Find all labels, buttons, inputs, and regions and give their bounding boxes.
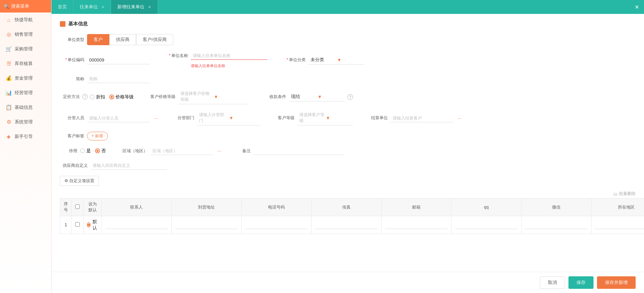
- settlement-unit-label: 结算单位: [367, 115, 388, 121]
- custom-settings-button[interactable]: ⚙ 自定义项设置: [60, 176, 99, 186]
- qq-input[interactable]: [455, 221, 518, 229]
- system-icon: ⚙: [6, 119, 12, 125]
- customer-level-select[interactable]: 请选择客户等级 ▼: [297, 111, 353, 125]
- sidebar-item-quick-nav[interactable]: ⌂ 快捷导航: [0, 13, 51, 27]
- sidebar-item-finance[interactable]: 💰 资金管理: [0, 71, 51, 86]
- email-input[interactable]: [385, 221, 448, 229]
- col-phone: 电话号码: [242, 198, 312, 216]
- type-btn-supplier[interactable]: 供应商: [109, 34, 136, 45]
- window-close-button[interactable]: ✕: [630, 0, 644, 14]
- wechat-input[interactable]: [525, 221, 588, 229]
- col-qq: qq: [451, 198, 521, 216]
- batch-delete-label[interactable]: 批量删除: [619, 191, 636, 197]
- address-input[interactable]: [175, 221, 238, 229]
- pricing-radio-level[interactable]: 价格等级: [109, 94, 134, 100]
- payment-terms-label: 收款条件: [262, 94, 286, 100]
- sidebar-search[interactable]: 🔍 搜索菜单: [0, 0, 51, 13]
- supplier-custom-input[interactable]: [91, 161, 167, 170]
- phone-input[interactable]: [245, 221, 308, 229]
- tab-units[interactable]: 往来单位 ✕: [73, 0, 111, 14]
- sidebar-item-sales[interactable]: ◎ 销售管理: [0, 27, 51, 42]
- sidebar-label-basic: 基础信息: [15, 104, 33, 111]
- unit-category-value: 未分类: [311, 57, 336, 63]
- sidebar-item-operations[interactable]: 📊 经营管理: [0, 86, 51, 100]
- manager-more-btn[interactable]: ···: [152, 115, 159, 121]
- pricing-radio-group: 折扣 价格等级: [90, 94, 134, 100]
- table-row: 1 默认: [60, 216, 644, 234]
- default-radio[interactable]: 默认: [87, 219, 98, 231]
- customer-level-field: 客户等级 请选择客户等级 ▼: [274, 111, 353, 125]
- tab-new-unit-label: 新增往来单位: [117, 4, 144, 10]
- department-placeholder: 请输入分管部门: [199, 112, 228, 124]
- main-area: 首页 往来单位 ✕ 新增往来单位 ✕ ✕ 基本信息 单位类型 客户 供应商: [52, 0, 644, 293]
- section-title: 基本信息: [68, 21, 88, 27]
- sidebar-search-label: 搜索菜单: [11, 3, 29, 9]
- unit-type-btn-group: 客户 供应商 客户/供应商: [87, 34, 173, 45]
- select-all-checkbox[interactable]: [75, 204, 80, 209]
- row-checkbox[interactable]: [75, 222, 80, 227]
- short-name-label: 简称: [60, 76, 84, 82]
- save-button[interactable]: 保存: [568, 276, 594, 289]
- location-input[interactable]: [595, 221, 644, 229]
- disabled-radio-yes[interactable]: 是: [80, 148, 91, 154]
- region-input[interactable]: [150, 147, 213, 155]
- save-new-button[interactable]: 保存并新增: [597, 276, 636, 289]
- region-more-btn[interactable]: ···: [216, 148, 223, 154]
- sidebar-label-system: 系统管理: [15, 119, 33, 125]
- department-select[interactable]: 请输入分管部门 ▼: [197, 111, 260, 125]
- type-btn-customer[interactable]: 客户: [87, 34, 109, 45]
- unit-type-row: 单位类型 客户 供应商 客户/供应商: [60, 34, 636, 45]
- cancel-button[interactable]: 取消: [540, 276, 565, 289]
- supplier-custom-row: 供应商自定义: [60, 161, 636, 170]
- form-footer: 取消 保存 保存并新增: [52, 272, 644, 293]
- tab-units-close[interactable]: ✕: [101, 5, 104, 9]
- cell-default: 默认: [84, 216, 102, 234]
- type-btn-both[interactable]: 客户/供应商: [136, 34, 173, 45]
- payment-terms-select[interactable]: 现结 ▼: [289, 92, 345, 101]
- col-location: 所在地区: [591, 198, 644, 216]
- supplier-custom-label: 供应商自定义: [60, 163, 88, 169]
- manager-field: 分管人员 ···: [60, 114, 159, 122]
- unit-name-label: *单位名称: [164, 53, 188, 59]
- sidebar-label-inventory: 库存核算: [15, 60, 33, 67]
- disabled-radio-no[interactable]: 否: [95, 148, 106, 154]
- disabled-label: 停用: [60, 148, 77, 154]
- unit-type-label: 单位类型: [60, 37, 84, 43]
- supplier-custom-field: 供应商自定义: [60, 161, 167, 170]
- fax-input[interactable]: [315, 221, 378, 229]
- tab-new-unit[interactable]: 新增往来单位 ✕: [111, 0, 158, 14]
- short-name-input[interactable]: [87, 75, 150, 83]
- settlement-more-btn[interactable]: ···: [456, 115, 463, 121]
- search-icon: 🔍: [3, 4, 9, 9]
- home-icon: ⌂: [6, 17, 12, 23]
- pricing-help-icon[interactable]: ?: [82, 94, 88, 99]
- remark-label: 备注: [237, 148, 251, 154]
- add-tag-button[interactable]: + 标签: [87, 132, 108, 140]
- contact-input[interactable]: [105, 221, 168, 229]
- sidebar-item-guide[interactable]: ◈ 新手引导: [0, 129, 51, 144]
- sidebar-item-system[interactable]: ⚙ 系统管理: [0, 115, 51, 129]
- sidebar-item-basic[interactable]: 📋 基础信息: [0, 100, 51, 115]
- manager-input[interactable]: [87, 114, 150, 122]
- col-seq: 序号: [60, 198, 72, 216]
- department-field: 分管部门 请输入分管部门 ▼: [173, 111, 260, 125]
- pricing-radio-discount[interactable]: 折扣: [90, 94, 105, 100]
- tab-home[interactable]: 首页: [52, 0, 73, 14]
- unit-category-select[interactable]: 未分类 ▼: [308, 55, 364, 65]
- finance-icon: 💰: [6, 75, 12, 81]
- settlement-unit-field: 结算单位 ···: [367, 114, 463, 122]
- unit-name-input[interactable]: [191, 51, 267, 60]
- payment-help-icon[interactable]: ?: [347, 94, 353, 100]
- chevron-down-icon3: ▼: [317, 94, 343, 99]
- customer-tag-field: 客户标签 + 标签: [60, 132, 108, 140]
- settlement-unit-input[interactable]: [391, 114, 453, 122]
- remark-input[interactable]: [253, 147, 344, 155]
- tab-new-unit-close[interactable]: ✕: [148, 5, 151, 9]
- basic-icon: 📋: [6, 104, 12, 111]
- radio-dot-discount: [90, 95, 95, 99]
- sidebar-item-inventory[interactable]: ☰ 库存核算: [0, 56, 51, 71]
- customer-tag-label: 客户标签: [60, 133, 84, 139]
- unit-code-input[interactable]: [87, 56, 150, 64]
- customer-price-level-select[interactable]: 请选择客户价格等级 ▼: [178, 89, 248, 104]
- sidebar-item-purchase[interactable]: 🛒 采购管理: [0, 42, 51, 56]
